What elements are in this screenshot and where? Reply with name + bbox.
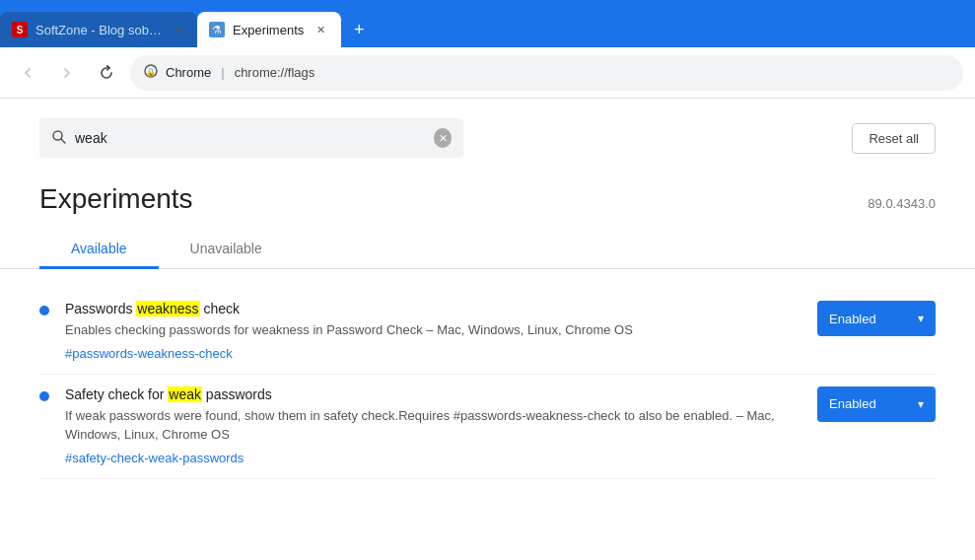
tab-label-softzone: SoftZone - Blog sobre software, [35,23,165,37]
experiment-dot [39,391,49,401]
experiment-item: Passwords weakness check Enables checkin… [39,289,936,375]
back-button[interactable] [12,57,43,89]
experiment-link[interactable]: #passwords-weakness-check [65,346,233,361]
tab-bar: S SoftZone - Blog sobre software, ✕ ⚗ Ex… [0,0,975,47]
tabs-row: Available Unavailable [0,231,975,269]
address-url: chrome://flags [235,65,315,80]
forward-button[interactable] [51,57,83,89]
experiment-name-part: Passwords [65,301,136,316]
tab-favicon-experiments: ⚗ [209,22,225,37]
tab-favicon-softzone: S [12,22,28,37]
refresh-button[interactable] [91,57,122,89]
tab-label-experiments: Experiments [233,23,304,37]
tab-close-softzone[interactable]: ✕ [173,21,185,38]
nav-bar: 🔒 Chrome | chrome://flags [0,47,975,99]
experiment-dropdown[interactable]: Enabled ▾ [817,301,936,336]
svg-text:S: S [17,25,24,35]
dropdown-value: Enabled [829,312,876,326]
experiment-dropdown[interactable]: Enabled ▾ [817,386,936,422]
experiment-name-part: Safety check for [65,386,168,402]
search-clear-button[interactable]: ✕ [434,128,452,148]
flags-page: ✕ Reset all Experiments 89.0.4343.0 Avai… [0,99,975,560]
address-bar[interactable]: 🔒 Chrome | chrome://flags [130,55,963,91]
tab-available[interactable]: Available [39,231,159,269]
experiment-desc: If weak passwords were found, show them … [65,406,801,445]
svg-line-7 [61,139,65,143]
experiment-info: Safety check for weak passwords If weak … [65,386,801,466]
chevron-down-icon: ▾ [918,312,924,325]
address-site: Chrome [166,65,211,80]
address-separator: | [221,65,224,80]
experiment-link[interactable]: #safety-check-weak-passwords [65,451,244,465]
experiment-desc: Enables checking passwords for weakness … [65,320,801,340]
page-title: Experiments [39,183,193,215]
search-icon [51,129,67,148]
experiment-name: Passwords weakness check [65,301,801,316]
svg-text:🔒: 🔒 [146,67,156,77]
experiments-list: Passwords weakness check Enables checkin… [0,269,975,499]
browser-frame: S SoftZone - Blog sobre software, ✕ ⚗ Ex… [0,0,975,560]
svg-text:⚗: ⚗ [212,24,222,35]
experiment-name-part: passwords [202,386,272,402]
search-input[interactable] [75,130,426,146]
experiment-name-highlight: weakness [136,301,199,316]
search-area: ✕ Reset all [0,99,975,174]
tab-unavailable[interactable]: Unavailable [159,231,294,269]
chevron-down-icon: ▾ [918,397,924,411]
tab-softzone[interactable]: S SoftZone - Blog sobre software, ✕ [0,12,197,47]
experiment-info: Passwords weakness check Enables checkin… [65,301,801,362]
tab-experiments[interactable]: ⚗ Experiments ✕ [197,12,341,47]
new-tab-button[interactable]: + [345,16,373,43]
experiment-item: Safety check for weak passwords If weak … [39,375,936,479]
page-header: Experiments 89.0.4343.0 [0,174,975,215]
experiment-name-highlight: weak [168,386,202,402]
experiment-dot [39,306,49,315]
experiment-name: Safety check for weak passwords [65,386,801,402]
reset-all-button[interactable]: Reset all [852,123,936,154]
dropdown-value: Enabled [829,396,876,411]
experiment-name-part: check [200,301,240,316]
version-text: 89.0.4343.0 [868,196,936,211]
lock-icon: 🔒 [144,64,158,81]
tab-close-experiments[interactable]: ✕ [312,21,329,38]
search-box: ✕ [39,118,463,158]
